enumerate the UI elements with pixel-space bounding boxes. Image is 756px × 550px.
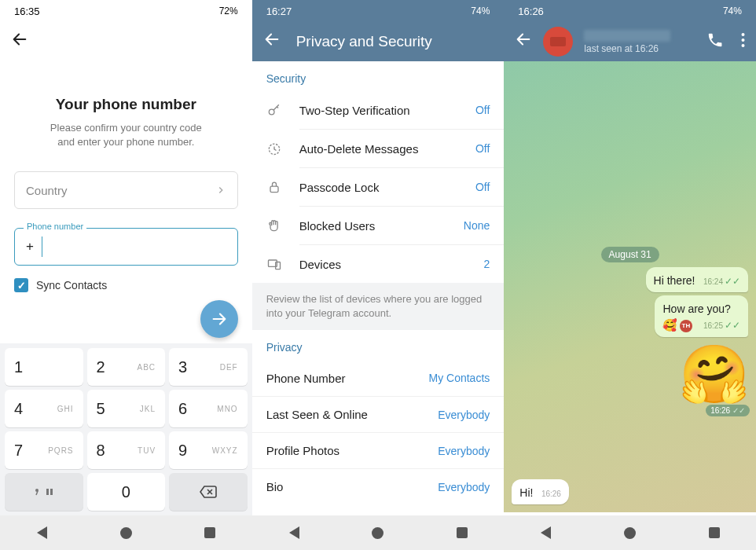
sticker-time: 16:26 ✓✓ bbox=[706, 405, 750, 416]
svg-point-18 bbox=[741, 33, 744, 36]
key-7[interactable]: 7PQRS bbox=[5, 431, 83, 469]
phone-prefix: + bbox=[26, 239, 34, 255]
key-backspace[interactable] bbox=[169, 473, 248, 511]
back-button[interactable] bbox=[263, 31, 281, 53]
key-4[interactable]: 4GHI bbox=[5, 390, 83, 427]
page-title: Privacy and Security bbox=[296, 33, 494, 50]
status-time: 16:26 bbox=[518, 6, 544, 17]
blocked-users-row[interactable]: Blocked Users None bbox=[252, 207, 505, 244]
chat-toolbar: last seen at 16:26 bbox=[504, 22, 756, 61]
profile-photos-privacy-row[interactable]: Profile Photos Everybody bbox=[252, 432, 505, 468]
toolbar: Privacy and Security bbox=[252, 22, 505, 61]
nav-bar bbox=[504, 515, 756, 550]
reaction-badge: TH bbox=[680, 320, 692, 332]
sync-contacts-checkbox[interactable]: ✓ bbox=[14, 278, 28, 292]
nav-recent[interactable] bbox=[454, 525, 470, 541]
phone-input[interactable]: + bbox=[14, 228, 238, 266]
key-9[interactable]: 9WXYZ bbox=[169, 431, 248, 469]
keypad: 1 2ABC 3DEF 4GHI 5JKL 6MNO 7PQRS 8TUV 9W… bbox=[0, 343, 252, 515]
svg-point-19 bbox=[741, 38, 744, 42]
key-symbols[interactable] bbox=[5, 473, 83, 511]
status-time: 16:27 bbox=[266, 6, 292, 17]
nav-home[interactable] bbox=[118, 525, 134, 541]
status-battery: 72% bbox=[219, 6, 238, 16]
sticker-message[interactable]: 🤗 16:26 ✓✓ bbox=[679, 346, 750, 416]
status-bar: 16:27 74% bbox=[252, 0, 505, 22]
passcode-lock-row[interactable]: Passcode Lock Off bbox=[252, 168, 505, 206]
message-out-2[interactable]: How are you? 🥰 TH 16:25✓✓ bbox=[655, 295, 747, 337]
sync-contacts-row[interactable]: ✓ Sync Contacts bbox=[14, 278, 238, 292]
date-pill: August 31 bbox=[601, 247, 659, 262]
message-out-1[interactable]: Hi there! 16:24✓✓ bbox=[646, 267, 748, 292]
page-title: Your phone number bbox=[14, 96, 238, 113]
privacy-section-header: Privacy bbox=[252, 330, 505, 360]
devices-icon bbox=[266, 256, 282, 272]
comma-icon bbox=[35, 488, 39, 496]
call-button[interactable] bbox=[706, 31, 724, 52]
key-8[interactable]: 8TUV bbox=[87, 431, 166, 469]
svg-rect-5 bbox=[46, 489, 49, 495]
nav-bar bbox=[0, 515, 252, 550]
status-bar: 16:35 72% bbox=[0, 0, 252, 22]
auto-delete-row[interactable]: Auto-Delete Messages Off bbox=[252, 130, 505, 167]
key-icon bbox=[266, 102, 282, 118]
contact-name-blurred bbox=[584, 30, 670, 42]
devices-info: Review the list of devices where you are… bbox=[252, 283, 505, 330]
back-button[interactable] bbox=[11, 31, 28, 53]
backspace-icon bbox=[199, 485, 218, 499]
svg-rect-12 bbox=[270, 186, 278, 192]
pause-icon bbox=[46, 488, 53, 496]
country-select[interactable]: Country bbox=[14, 171, 238, 209]
nav-back[interactable] bbox=[34, 525, 50, 541]
phone-number-privacy-row[interactable]: Phone Number My Contacts bbox=[252, 360, 505, 396]
hug-sticker-icon: 🤗 bbox=[679, 346, 750, 402]
key-1[interactable]: 1 bbox=[5, 348, 83, 386]
hand-icon bbox=[266, 218, 282, 233]
status-time: 16:35 bbox=[14, 6, 40, 17]
toolbar bbox=[0, 22, 252, 61]
chevron-right-icon bbox=[215, 185, 226, 196]
nav-bar bbox=[252, 515, 505, 550]
key-5[interactable]: 5JKL bbox=[87, 390, 166, 427]
status-battery: 74% bbox=[723, 6, 742, 16]
reaction[interactable]: 🥰 TH bbox=[662, 318, 692, 332]
nav-recent[interactable] bbox=[706, 525, 722, 541]
country-placeholder: Country bbox=[26, 184, 68, 197]
nav-recent[interactable] bbox=[202, 525, 218, 541]
svg-point-20 bbox=[741, 44, 744, 47]
bio-privacy-row[interactable]: Bio Everybody bbox=[252, 468, 505, 504]
svg-rect-6 bbox=[50, 489, 53, 495]
key-2[interactable]: 2ABC bbox=[87, 348, 166, 386]
phone-separator bbox=[42, 236, 42, 257]
phone-field-label: Phone number bbox=[24, 222, 86, 231]
status-battery: 74% bbox=[471, 6, 490, 16]
message-in-1[interactable]: Hi! 16:26 bbox=[512, 479, 569, 504]
security-section-header: Security bbox=[252, 61, 505, 91]
key-6[interactable]: 6MNO bbox=[169, 390, 248, 427]
avatar[interactable] bbox=[543, 27, 573, 57]
back-button[interactable] bbox=[515, 31, 532, 53]
next-button[interactable] bbox=[200, 300, 238, 338]
status-right: 74% bbox=[714, 6, 742, 16]
key-0[interactable]: 0 bbox=[87, 473, 166, 511]
key-3[interactable]: 3DEF bbox=[169, 348, 248, 386]
status-bar: 16:26 74% bbox=[504, 0, 756, 22]
two-step-verification-row[interactable]: Two-Step Verification Off bbox=[252, 91, 505, 129]
nav-back[interactable] bbox=[286, 525, 302, 541]
last-seen: last seen at 16:26 bbox=[584, 43, 695, 54]
page-subtitle: Please confirm your country code and ent… bbox=[14, 121, 238, 149]
nav-home[interactable] bbox=[622, 525, 638, 541]
last-seen-privacy-row[interactable]: Last Seen & Online Everybody bbox=[252, 396, 505, 432]
status-right: 74% bbox=[461, 6, 490, 16]
nav-back[interactable] bbox=[538, 525, 554, 541]
status-right: 72% bbox=[207, 6, 238, 16]
more-button[interactable] bbox=[741, 32, 745, 51]
devices-row[interactable]: Devices 2 bbox=[252, 245, 505, 283]
timer-icon bbox=[266, 141, 282, 156]
svg-point-10 bbox=[269, 109, 274, 115]
lock-icon bbox=[266, 179, 282, 195]
sync-contacts-label: Sync Contacts bbox=[36, 279, 107, 292]
svg-rect-14 bbox=[275, 262, 280, 270]
chat-background: August 31 Hi there! 16:24✓✓ How are you?… bbox=[504, 61, 756, 512]
nav-home[interactable] bbox=[370, 525, 386, 541]
